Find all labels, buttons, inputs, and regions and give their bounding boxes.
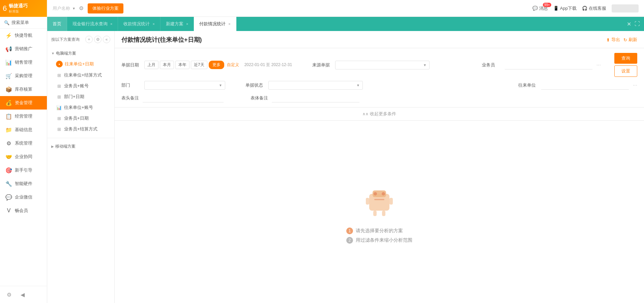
this-month-btn[interactable]: 本月: [160, 61, 174, 69]
system-nav-icon: ⚙: [5, 140, 12, 147]
export-button[interactable]: ⬆ 导出: [606, 37, 620, 43]
sidebar-nav: ⚡快捷导航📢营销推广📊销售管理🛒采购管理📦库存核算💰资金管理📋经营管理📁基础信息…: [0, 29, 47, 217]
sidebar-nav-label-hardware: 智能硬件: [15, 181, 32, 187]
svg-rect-7: [373, 211, 377, 216]
scheme-item-staff-account[interactable]: ⊞业务员+账号: [47, 81, 114, 91]
staff-input[interactable]: [505, 61, 592, 69]
message-badge: 99+: [543, 3, 551, 7]
collapse-sidebar-button[interactable]: ◀: [18, 290, 28, 300]
settings-footer-button[interactable]: ⚙: [4, 290, 14, 300]
date-filter-label: 单据日期: [121, 62, 142, 68]
message-button[interactable]: 💬 消息 99+: [532, 5, 548, 11]
mobile-section-arrow-icon: ▶: [51, 145, 54, 148]
tab-receipt-stats[interactable]: 收款情况统计×: [118, 17, 160, 31]
guide-nav-icon: 🎯: [5, 167, 12, 174]
sidebar-footer: ⚙ ◀: [0, 286, 47, 303]
tip-text-1: 请先选择要分析的方案: [356, 228, 403, 234]
sidebar-item-member[interactable]: V畅会员: [0, 204, 47, 217]
note-body-input[interactable]: [272, 94, 359, 102]
scheme-item-staff-settle[interactable]: ⊞业务员+结算方式: [47, 124, 114, 134]
active-dot-icon: [56, 61, 63, 67]
tip-num-2: 2: [346, 237, 353, 244]
app-download-button[interactable]: 📱 App下载: [553, 5, 577, 11]
tip-text-2: 用过滤条件来缩小分析范围: [356, 237, 412, 243]
scheme-item-label-staff-account: 业务员+账号: [64, 83, 89, 89]
svg-point-3: [382, 192, 385, 195]
basic-info-nav-icon: 📁: [5, 126, 12, 133]
scheme-item-label-dept-date: 部门+日期: [64, 94, 84, 100]
sidebar-item-operation[interactable]: 📋经营管理: [0, 110, 47, 123]
grid-icon: ⊞: [56, 72, 62, 78]
this-year-btn[interactable]: 本年: [175, 61, 189, 69]
last-7days-btn[interactable]: 近7天: [191, 61, 207, 69]
purchase-nav-icon: 🛒: [5, 72, 12, 79]
more-date-btn[interactable]: 更多: [209, 61, 224, 69]
tab-close-payment-stats[interactable]: ×: [228, 22, 230, 26]
scheme-item-dept-date[interactable]: ⊞部门+日期: [47, 91, 114, 102]
mobile-scheme-section-title[interactable]: ▶ 移动端方案: [47, 142, 114, 151]
collapse-scheme-button[interactable]: «: [103, 36, 110, 43]
marketing-nav-icon: 📢: [5, 46, 12, 52]
tab-payment-stats[interactable]: 付款情况统计×: [194, 17, 236, 31]
staff-dots-icon[interactable]: ···: [596, 62, 601, 68]
sidebar-item-guide[interactable]: 🎯新手引导: [0, 163, 47, 177]
doc-status-filter-col: 单据状态 ▾: [245, 81, 511, 90]
grid-icon: ⊞: [56, 115, 62, 121]
settings-button[interactable]: 设置: [614, 65, 637, 77]
sidebar-item-quick-nav[interactable]: ⚡快捷导航: [0, 29, 47, 42]
source-select[interactable]: ▾: [335, 61, 430, 69]
note-header-input[interactable]: [143, 94, 224, 102]
sidebar-nav-label-quick-nav: 快捷导航: [15, 32, 32, 38]
sidebar-item-marketing[interactable]: 📢营销推广: [0, 42, 47, 56]
sidebar-item-finance[interactable]: 💰资金管理: [0, 96, 47, 110]
query-button[interactable]: 查询: [614, 53, 637, 64]
sidebar-nav-label-purchase: 采购管理: [15, 73, 32, 79]
sidebar-item-sales[interactable]: 📊销售管理: [0, 56, 47, 69]
tab-home[interactable]: 首页: [47, 17, 67, 31]
sidebar-item-hardware[interactable]: 🔧智能硬件: [0, 177, 47, 190]
trial-button[interactable]: 体验行业方案: [88, 3, 123, 13]
settings-scheme-button[interactable]: ⚙: [94, 36, 101, 43]
wechat-nav-icon: 💬: [5, 194, 12, 201]
desktop-scheme-items: 往来单位+日期⊞往来单位+结算方式⊞业务员+账号⊞部门+日期📊往来单位+账号⊞业…: [47, 58, 114, 134]
chart-icon: 📊: [56, 104, 62, 111]
refresh-button[interactable]: ↻ 刷新: [623, 37, 637, 43]
tab-close-cash-flow[interactable]: ×: [110, 22, 112, 26]
scheme-item-partner-settle[interactable]: ⊞往来单位+结算方式: [47, 70, 114, 81]
close-all-tabs-icon[interactable]: ✕: [627, 21, 631, 27]
scheme-item-partner-account[interactable]: 📊往来单位+账号: [47, 102, 114, 113]
topbar: 用户名称 ▾ ⚙ 体验行业方案 💬 消息 99+ 📱 App下载 🎧 在线客服: [47, 0, 644, 17]
sidebar-search-label: 搜索菜单: [11, 20, 29, 26]
tab-close-receipt-stats[interactable]: ×: [152, 22, 154, 26]
online-service-button[interactable]: 🎧 在线客服: [582, 5, 606, 11]
dept-label: 部门: [121, 82, 142, 88]
last-month-btn[interactable]: 上月: [144, 61, 158, 69]
tab-close-new-scheme[interactable]: ×: [186, 22, 188, 26]
desktop-scheme-section-title[interactable]: ▼ 电脑端方案: [47, 49, 114, 58]
topbar-gear-icon[interactable]: ⚙: [79, 5, 84, 11]
sidebar-item-purchase[interactable]: 🛒采购管理: [0, 69, 47, 83]
tab-new-scheme[interactable]: 新建方案×: [160, 17, 194, 31]
filter-row-2: 部门 ▾ 单据状态 ▾ 往来单位: [121, 81, 637, 90]
sidebar-item-basic-info[interactable]: 📁基础信息: [0, 123, 47, 137]
partner-dots-icon[interactable]: ···: [633, 82, 637, 88]
tab-cash-flow[interactable]: 现金银行流水查询×: [67, 17, 118, 31]
sidebar-item-enterprise[interactable]: 🤝企业协同: [0, 150, 47, 163]
expand-icon[interactable]: ⛶: [635, 21, 640, 27]
partner-input[interactable]: [541, 81, 629, 90]
topbar-brand: 用户名称 ▾: [53, 5, 75, 11]
collapse-button[interactable]: ∧∧ 收起更多条件: [362, 111, 396, 117]
sidebar-search[interactable]: 🔍 搜索菜单: [0, 17, 47, 29]
scheme-item-staff-date[interactable]: ⊞业务员+日期: [47, 113, 114, 124]
doc-status-select[interactable]: ▾: [268, 81, 363, 90]
scheme-item-label-partner-settle: 往来单位+结算方式: [64, 72, 102, 78]
sidebar-item-system[interactable]: ⚙系统管理: [0, 137, 47, 150]
content-area: 按以下方案查询 + ⚙ « ▼ 电脑端方案 往来单位+日期⊞往来单位+结算方式⊞…: [47, 31, 644, 303]
sidebar-item-inventory[interactable]: 📦库存核算: [0, 83, 47, 96]
note-body-col: 表体备注: [251, 94, 359, 102]
dept-select[interactable]: ▾: [144, 81, 225, 90]
dept-select-arrow-icon: ▾: [219, 83, 222, 88]
add-scheme-button[interactable]: +: [85, 36, 93, 43]
sidebar-item-wechat[interactable]: 💬企业微信: [0, 190, 47, 204]
scheme-item-partner-date[interactable]: 往来单位+日期: [47, 58, 114, 70]
